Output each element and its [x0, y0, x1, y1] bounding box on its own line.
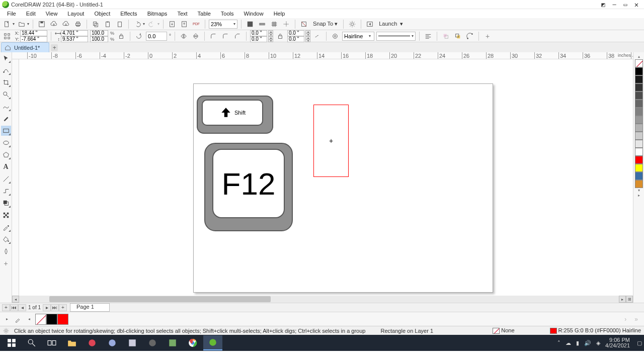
scroll-left-button[interactable]: ◂ [12, 296, 19, 303]
rot-input[interactable] [148, 33, 165, 39]
tray-wifi-icon[interactable]: ◈ [596, 340, 600, 346]
menu-edit[interactable]: Edit [21, 10, 41, 18]
taskbar-coreldraw[interactable] [203, 335, 222, 350]
swatch[interactable] [635, 140, 643, 148]
horizontal-scrollbar[interactable]: ◂ ▸ ⊞ [12, 296, 633, 303]
start-button[interactable] [2, 335, 21, 350]
corner-tl-input[interactable] [250, 30, 267, 36]
connector-tool[interactable] [1, 186, 11, 196]
w-input[interactable] [61, 30, 88, 36]
publish-pdf-button[interactable]: PDF [191, 19, 201, 29]
taskbar-chrome[interactable] [183, 335, 202, 350]
doc-swatch[interactable] [46, 314, 57, 325]
rotation-combo[interactable] [146, 32, 167, 41]
task-view-button[interactable] [42, 335, 61, 350]
add-preset-button[interactable]: + [482, 31, 493, 41]
add-page-button[interactable]: + [2, 304, 10, 311]
scroll-right-button[interactable]: ▸ [619, 296, 626, 303]
tray-volume-icon[interactable]: 🔊 [584, 340, 591, 346]
horizontal-ruler[interactable]: inches -10-8-6-4-20246810121416182022242… [12, 52, 633, 59]
f12-key-graphic[interactable]: F12 [204, 143, 293, 231]
x-input[interactable] [20, 30, 47, 36]
import-button[interactable] [167, 19, 177, 29]
system-tray[interactable]: ˄ ☁ ▮ 🔊 ◈ 9:06 PM 4/24/2021 ▢ [557, 337, 642, 348]
add-tool-button[interactable]: + [1, 258, 11, 268]
snap-off-button[interactable] [299, 19, 309, 29]
new-tab-button[interactable]: + [51, 44, 58, 51]
new-button[interactable] [2, 19, 12, 29]
status-gear-icon[interactable] [3, 328, 9, 334]
tray-clock[interactable]: 9:06 PM 4/24/2021 [605, 337, 632, 348]
eyedropper-tool[interactable] [1, 222, 11, 232]
guidelines-button[interactable] [281, 19, 291, 29]
menu-bitmaps[interactable]: Bitmaps [142, 10, 173, 18]
palette-down-button[interactable]: ▾ [638, 188, 640, 193]
corner-chamfer-icon[interactable] [232, 31, 243, 41]
menu-tools[interactable]: Tools [216, 10, 239, 18]
taskbar-app4[interactable] [143, 335, 162, 350]
parallel-dim-tool[interactable] [1, 174, 11, 184]
doc-swatch[interactable] [57, 314, 68, 325]
swatch[interactable] [635, 100, 643, 108]
copy-button[interactable] [91, 19, 101, 29]
swatch-none[interactable] [635, 59, 643, 67]
scroll-thumb[interactable] [49, 296, 271, 302]
taskbar-app3[interactable] [123, 335, 142, 350]
print-button[interactable] [73, 19, 83, 29]
tray-notifications-icon[interactable]: ▢ [637, 340, 642, 346]
sy-input[interactable] [90, 36, 108, 42]
order-back-button[interactable] [453, 31, 463, 41]
ellipse-tool[interactable] [1, 138, 11, 148]
h-input[interactable] [61, 36, 88, 42]
text-tool[interactable]: A [1, 162, 11, 172]
menu-table[interactable]: Table [193, 10, 216, 18]
line-style-combo[interactable]: ▾ [376, 32, 416, 41]
shape-tool[interactable] [1, 65, 11, 75]
minimize-button[interactable]: — [609, 1, 620, 8]
menu-help[interactable]: Help [269, 10, 290, 18]
fill-tool[interactable] [1, 234, 11, 244]
corner-scallop-icon[interactable] [220, 31, 230, 41]
docpal-menu-button[interactable]: ▸ [3, 317, 11, 321]
prev-page-button[interactable]: ◂ [18, 304, 26, 311]
outline-variable-tool[interactable] [1, 246, 11, 256]
last-page-button[interactable]: ⏭ [51, 304, 59, 311]
transparency-tool[interactable] [1, 210, 11, 220]
corner-tr-input[interactable] [287, 30, 304, 36]
polygon-tool[interactable] [1, 150, 11, 160]
outline-width-input[interactable] [344, 33, 367, 39]
open-button[interactable] [17, 19, 27, 29]
freehand-tool[interactable] [1, 102, 11, 112]
outline-width-combo[interactable]: ▾ [342, 32, 374, 41]
launch-icon[interactable] [365, 19, 375, 29]
paste-button[interactable] [103, 19, 113, 29]
palette-up-button[interactable]: ▴ [638, 54, 640, 59]
vertical-ruler[interactable] [12, 59, 19, 296]
zoom-input[interactable] [211, 21, 232, 27]
launch-label[interactable]: Launch ▾ [377, 21, 405, 27]
docpal-left-button[interactable]: ◂ [25, 317, 33, 321]
wrap-text-button[interactable] [423, 31, 433, 41]
convert-curves-button[interactable] [465, 31, 475, 41]
rulers-button[interactable] [257, 19, 267, 29]
corner-lock-button[interactable] [275, 31, 285, 41]
next-page-button[interactable]: ▸ [43, 304, 51, 311]
doc-swatch[interactable] [35, 314, 46, 325]
menu-effects[interactable]: Effects [115, 10, 142, 18]
viewport[interactable]: Shift F12 + [12, 59, 633, 296]
zoom-combo[interactable]: ▾ [209, 20, 237, 29]
palette-flyout-button[interactable]: ▸ [638, 193, 640, 198]
mirror-h-button[interactable] [179, 31, 189, 41]
cloud-down-icon[interactable] [61, 19, 71, 29]
redo-button[interactable] [147, 19, 157, 29]
add-page-after-button[interactable]: + [59, 304, 67, 311]
crop-tool[interactable] [1, 77, 11, 87]
clipboard-button[interactable] [115, 19, 125, 29]
docpal-expand-button[interactable]: » [631, 316, 641, 323]
docpal-right-button[interactable]: › [621, 316, 629, 323]
menu-view[interactable]: View [41, 10, 63, 18]
swatch[interactable] [635, 108, 643, 116]
pick-tool[interactable] [1, 53, 11, 63]
object-origin-icon[interactable] [2, 31, 12, 41]
tray-chevron-icon[interactable]: ˄ [557, 340, 560, 346]
